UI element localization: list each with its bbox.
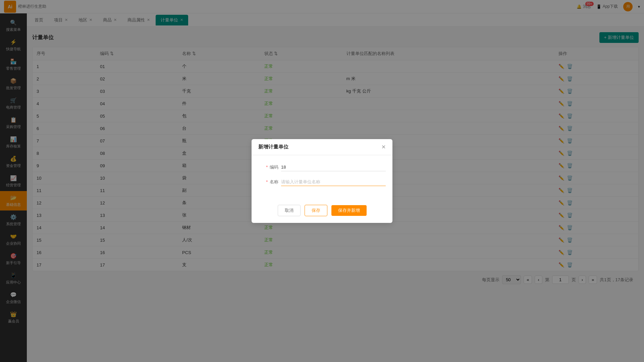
- code-label: * 编码: [258, 164, 278, 170]
- save-button[interactable]: 保存: [305, 205, 327, 216]
- modal-footer: 取消 保存 保存并新增: [252, 201, 392, 223]
- form-row-code: * 编码: [258, 163, 386, 171]
- modal-title: 新增计量单位: [258, 144, 288, 150]
- modal-header: 新增计量单位 ✕: [252, 139, 392, 155]
- modal-close-button[interactable]: ✕: [381, 144, 386, 150]
- name-input[interactable]: [281, 178, 386, 186]
- required-star-name: *: [266, 179, 268, 184]
- modal-overlay[interactable]: 新增计量单位 ✕ * 编码 * 名称 取消 保存 保存并新增: [0, 0, 644, 362]
- add-unit-modal: 新增计量单位 ✕ * 编码 * 名称 取消 保存 保存并新增: [252, 139, 392, 223]
- save-new-button[interactable]: 保存并新增: [331, 205, 367, 216]
- cancel-button[interactable]: 取消: [278, 205, 301, 216]
- code-input[interactable]: [281, 163, 386, 171]
- modal-body: * 编码 * 名称: [252, 155, 392, 201]
- required-star-code: *: [266, 165, 268, 170]
- form-row-name: * 名称: [258, 178, 386, 186]
- name-label: * 名称: [258, 179, 278, 185]
